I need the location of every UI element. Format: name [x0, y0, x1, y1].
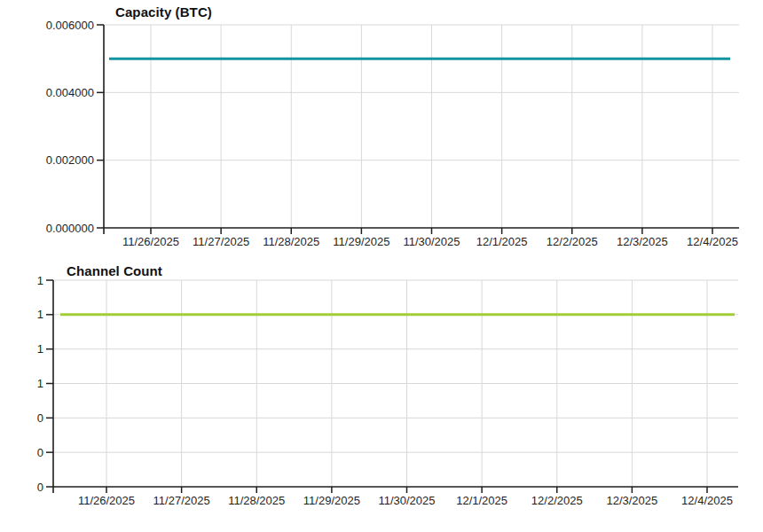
x-tick-label: 12/1/2025: [476, 235, 528, 248]
x-tick-label: 11/26/2025: [78, 494, 135, 507]
x-tick-label: 11/27/2025: [193, 235, 249, 248]
x-tick-label: 12/2/2025: [531, 494, 583, 507]
x-tick-label: 11/27/2025: [153, 494, 210, 507]
y-tick-label: 1: [37, 342, 43, 356]
y-tick-label: 1: [37, 308, 43, 321]
x-tick-label: 12/2/2025: [547, 235, 598, 248]
x-tick-label: 11/28/2025: [263, 235, 319, 248]
dual-line-chart-panel: Capacity (BTC) Channel Count 0.0060000.0…: [0, 0, 763, 532]
x-tick-label: 12/3/2025: [606, 494, 657, 507]
y-tick-label: 0.000000: [46, 222, 94, 235]
x-tick-label: 11/28/2025: [228, 494, 285, 507]
line-charts-canvas: 0.0060000.0040000.0020000.00000011/26/20…: [0, 0, 763, 532]
y-tick-label: 0: [37, 481, 43, 494]
y-tick-label: 1: [37, 274, 43, 287]
y-tick-label: 0.004000: [46, 86, 94, 99]
x-tick-label: 11/29/2025: [303, 494, 360, 507]
x-tick-label: 12/3/2025: [617, 235, 668, 248]
y-tick-label: 0.006000: [46, 19, 94, 32]
y-tick-label: 0: [37, 446, 43, 459]
y-tick-label: 1: [37, 377, 43, 390]
y-tick-label: 0.002000: [46, 153, 94, 167]
x-tick-label: 11/29/2025: [333, 235, 389, 248]
y-tick-label: 0: [37, 411, 43, 425]
x-tick-label: 12/4/2025: [687, 235, 738, 248]
x-tick-label: 11/26/2025: [122, 235, 179, 248]
x-tick-label: 12/1/2025: [456, 494, 507, 507]
x-tick-label: 11/30/2025: [378, 494, 435, 507]
x-tick-label: 11/30/2025: [403, 235, 460, 248]
x-tick-label: 12/4/2025: [681, 494, 733, 507]
